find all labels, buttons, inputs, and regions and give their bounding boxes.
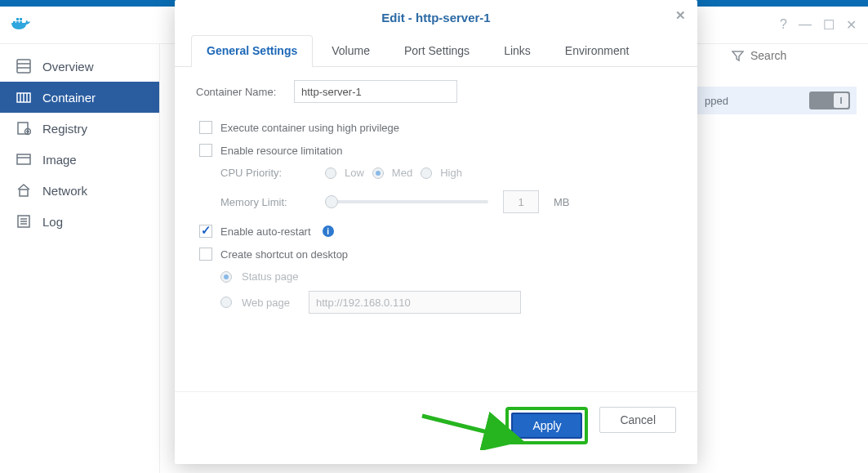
log-icon [16, 214, 31, 229]
dialog-header: Edit - http-server-1 ✕ [175, 0, 697, 34]
search-box[interactable] [732, 49, 857, 62]
web-page-radio[interactable] [220, 297, 232, 308]
svg-rect-5 [17, 60, 30, 73]
cpu-med-label: Med [392, 167, 412, 179]
cpu-low-radio[interactable] [325, 167, 336, 179]
sidebar-item-container[interactable]: Container [0, 82, 159, 113]
sidebar-label: Registry [42, 122, 87, 136]
create-shortcut-label: Create shortcut on desktop [220, 248, 348, 261]
status-page-label: Status page [242, 270, 298, 283]
svg-rect-18 [20, 190, 28, 196]
sidebar-label: Image [42, 153, 77, 167]
container-name-label: Container Name: [196, 86, 294, 98]
sidebar-item-log[interactable]: Log [0, 206, 159, 237]
edit-container-dialog: Edit - http-server-1 ✕ General Settings … [175, 0, 697, 464]
search-input[interactable] [750, 49, 857, 62]
cpu-priority-options: Low Med High [325, 167, 462, 179]
auto-restart-checkbox[interactable] [199, 225, 212, 238]
tab-links[interactable]: Links [488, 35, 546, 67]
tab-general-settings[interactable]: General Settings [191, 35, 313, 67]
sidebar-label: Network [42, 184, 87, 198]
close-icon[interactable]: ✕ [846, 17, 857, 33]
sidebar: Overview Container Registry Image Networ… [0, 44, 160, 473]
memory-value-input [503, 190, 539, 213]
web-page-row: Web page [220, 291, 676, 314]
power-toggle[interactable]: I [809, 91, 850, 109]
overview-icon [16, 59, 31, 74]
tab-volume[interactable]: Volume [316, 35, 385, 67]
sidebar-item-image[interactable]: Image [0, 144, 159, 175]
status-page-radio[interactable] [220, 271, 232, 283]
dialog-title: Edit - http-server-1 [381, 11, 490, 25]
toggle-knob: I [834, 93, 848, 108]
cancel-button[interactable]: Cancel [599, 407, 676, 433]
network-icon [16, 183, 31, 198]
filter-icon [732, 50, 744, 62]
cpu-med-radio[interactable] [372, 167, 384, 179]
web-page-label: Web page [242, 297, 299, 309]
registry-icon [16, 121, 31, 136]
slider-thumb[interactable] [325, 195, 338, 208]
memory-limit-label: Memory Limit: [220, 196, 310, 208]
svg-rect-4 [20, 18, 22, 20]
sidebar-item-registry[interactable]: Registry [0, 113, 159, 144]
resource-limit-label: Enable resource limitation [220, 145, 343, 157]
high-privilege-row: Execute container using high privilege [199, 121, 676, 134]
memory-unit: MB [554, 196, 570, 208]
container-name-row: Container Name: [196, 80, 676, 103]
dialog-content: Container Name: Execute container using … [175, 67, 697, 338]
cpu-priority-row: CPU Priority: Low Med High [220, 167, 676, 179]
annotation-arrow-icon [418, 409, 541, 450]
memory-limit-row: Memory Limit: MB [220, 190, 676, 213]
auto-restart-label: Enable auto-restart [220, 225, 311, 238]
minimize-icon[interactable]: — [799, 17, 812, 33]
cpu-high-radio[interactable] [421, 167, 432, 179]
create-shortcut-checkbox[interactable] [199, 248, 212, 261]
help-icon[interactable]: ? [780, 17, 787, 33]
sidebar-item-overview[interactable]: Overview [0, 51, 159, 82]
cpu-low-label: Low [345, 167, 364, 179]
window-controls: ? — ☐ ✕ [780, 17, 857, 33]
container-icon [16, 90, 31, 105]
sidebar-label: Overview [42, 60, 94, 74]
dialog-tabs: General Settings Volume Port Settings Li… [175, 34, 697, 67]
svg-rect-3 [16, 18, 19, 20]
sidebar-label: Container [42, 91, 96, 105]
image-icon [16, 152, 31, 167]
resource-limit-row: Enable resource limitation [199, 144, 676, 157]
container-list-row[interactable]: pped I [695, 87, 857, 114]
maximize-icon[interactable]: ☐ [823, 17, 835, 33]
sidebar-label: Log [42, 215, 63, 229]
cpu-priority-label: CPU Priority: [220, 167, 310, 179]
docker-logo-icon [11, 16, 31, 34]
svg-rect-16 [17, 154, 30, 164]
tab-port-settings[interactable]: Port Settings [389, 35, 485, 67]
container-name-input[interactable] [294, 80, 457, 103]
sidebar-item-network[interactable]: Network [0, 175, 159, 206]
high-privilege-checkbox[interactable] [199, 121, 212, 134]
auto-restart-row: Enable auto-restart i [199, 225, 676, 238]
high-privilege-label: Execute container using high privilege [220, 122, 399, 134]
dialog-close-icon[interactable]: ✕ [675, 8, 686, 23]
status-page-row: Status page [220, 270, 676, 283]
web-page-url-input [309, 291, 521, 314]
info-icon[interactable]: i [323, 225, 334, 237]
svg-rect-12 [18, 123, 28, 134]
create-shortcut-row: Create shortcut on desktop [199, 248, 676, 261]
svg-line-23 [422, 416, 520, 440]
memory-slider[interactable] [325, 200, 488, 203]
cpu-high-label: High [440, 167, 462, 179]
status-text: pped [705, 95, 728, 107]
resource-limit-checkbox[interactable] [199, 144, 212, 157]
tab-environment[interactable]: Environment [550, 35, 645, 67]
